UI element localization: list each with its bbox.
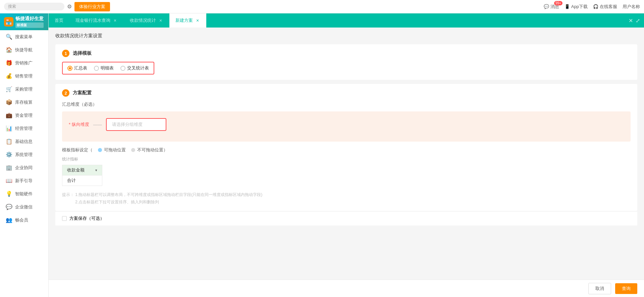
settings-icon[interactable]: ⚙ xyxy=(67,3,72,10)
tab-new-plan[interactable]: 新建方案 × xyxy=(169,13,206,28)
maximize-icon[interactable]: ⤢ xyxy=(636,17,640,24)
stats-label: 统计指标 xyxy=(62,156,631,162)
message-icon: 💬 xyxy=(544,4,549,9)
tab-bank-flow-close[interactable]: × xyxy=(112,18,118,23)
logo-icon: 🏪 xyxy=(4,17,13,27)
bottom-bar: 取消 查询 xyxy=(49,280,644,297)
tab-bank-flow[interactable]: 现金银行流水查询 × xyxy=(69,13,124,28)
tab-bar: 首页 现金银行流水查询 × 收款情况统计 × 新建方案 × ✕ ⤢ xyxy=(49,13,644,28)
no-drag-dot xyxy=(131,148,135,152)
tab-home[interactable]: 首页 xyxy=(49,13,69,28)
user-profile[interactable]: 用户名称 xyxy=(623,4,640,10)
logo-text-wrap: 畅捷通好生意 标准版 xyxy=(15,16,44,28)
sidebar-item-label: 智能硬件 xyxy=(15,191,33,197)
sidebar-item-label: 新手引导 xyxy=(15,178,33,184)
sidebar-item-basic-info[interactable]: 📋 基础信息 xyxy=(0,135,48,148)
indicator-table-header[interactable]: 收款金额 ▾ xyxy=(62,165,102,176)
sidebar-item-label: 企业协同 xyxy=(15,165,33,171)
dimension-area: * 纵向维度 —— 请选择分组维度 xyxy=(62,111,631,142)
radio-cross[interactable]: 交叉统计表 xyxy=(120,65,149,71)
page-footer: 方案保存（可选） xyxy=(55,211,637,226)
close-all-icon[interactable]: ✕ xyxy=(629,17,633,24)
indicator-settings: 模板指标设定（ 可拖动位置 不可拖动位置） 统计指标 收款 xyxy=(62,147,631,186)
top-header: 搜索 ⚙ 体验行业方案 💬 消息 99+ 📱 App下载 🎧 在线客服 用户名称 xyxy=(0,0,644,13)
not-draggable-label: 不可拖动位置） xyxy=(137,147,168,153)
radio-cross-circle xyxy=(120,66,125,71)
dimension-row: * 纵向维度 —— 请选择分组维度 xyxy=(69,118,624,131)
tab-collection-stats[interactable]: 收款情况统计 × xyxy=(124,13,169,28)
sidebar-item-wechat[interactable]: 💬 企业微信 xyxy=(0,200,48,213)
download-label: App下载 xyxy=(571,4,588,10)
sidebar-item-enterprise[interactable]: 🏢 企业协同 xyxy=(0,161,48,174)
sidebar-item-members[interactable]: 👥 畅会员 xyxy=(0,213,48,227)
sidebar: 🏪 畅捷通好生意 标准版 🔍 搜索菜单 🏠 快捷导航 🎁 营销推广 💰 销售管理… xyxy=(0,13,49,297)
sidebar-item-label: 经营管理 xyxy=(15,126,33,132)
radio-detail-circle xyxy=(94,66,99,71)
radio-detail-label: 明细表 xyxy=(101,65,114,71)
sidebar-item-inventory[interactable]: 📦 库存核算 xyxy=(0,96,48,109)
sidebar-item-system[interactable]: ⚙️ 系统管理 xyxy=(0,148,48,161)
sidebar-logo: 🏪 畅捷通好生意 标准版 xyxy=(0,13,48,30)
smart-hw-icon: 💡 xyxy=(6,191,12,197)
notification-item[interactable]: 💬 消息 99+ xyxy=(544,4,559,10)
sales-icon: 💰 xyxy=(6,73,12,79)
newbie-icon: 📖 xyxy=(6,178,12,184)
inventory-icon: 📦 xyxy=(6,99,12,105)
sidebar-item-sales[interactable]: 💰 销售管理 xyxy=(0,69,48,83)
radio-summary[interactable]: 汇总表 xyxy=(67,65,87,71)
tab-new-plan-label: 新建方案 xyxy=(175,17,193,23)
sidebar-item-search-menu[interactable]: 🔍 搜索菜单 xyxy=(0,30,48,43)
draggable-indicator: 可拖动位置 xyxy=(98,147,126,153)
tab-collection-stats-close[interactable]: × xyxy=(158,18,163,23)
dimension-placeholder: 请选择分组维度 xyxy=(112,122,143,127)
marketing-icon: 🎁 xyxy=(6,60,12,66)
indicator-table-header-label: 收款金额 xyxy=(67,167,85,173)
chevron-down-icon[interactable]: ▾ xyxy=(95,168,97,172)
online-service-item[interactable]: 🎧 在线客服 xyxy=(593,4,617,10)
sidebar-item-finance[interactable]: 💼 资金管理 xyxy=(0,109,48,122)
save-plan-checkbox[interactable] xyxy=(62,216,67,221)
query-button[interactable]: 查询 xyxy=(615,283,637,294)
radio-summary-label: 汇总表 xyxy=(74,65,87,71)
cancel-button[interactable]: 取消 xyxy=(588,283,611,294)
finance-icon: 💼 xyxy=(6,112,12,118)
radio-summary-circle xyxy=(67,66,72,71)
search-menu-icon: 🔍 xyxy=(6,34,12,40)
tab-new-plan-close[interactable]: × xyxy=(195,18,200,23)
step2-title: 方案配置 xyxy=(73,90,92,96)
sidebar-item-marketing[interactable]: 🎁 营销推广 xyxy=(0,56,48,69)
step1-section: 1 选择模板 汇总表 明细表 交叉统计表 xyxy=(55,44,637,80)
template-radio-group: 汇总表 明细表 交叉统计表 xyxy=(62,62,154,75)
step1-header: 1 选择模板 xyxy=(62,50,631,57)
sidebar-item-label: 搜索菜单 xyxy=(15,34,33,40)
sidebar-item-operations[interactable]: 📊 经营管理 xyxy=(0,122,48,135)
app-download-item[interactable]: 📱 App下载 xyxy=(565,4,588,10)
members-icon: 👥 xyxy=(6,217,12,223)
dimension-select[interactable]: 请选择分组维度 xyxy=(106,118,166,131)
step2-badge: 2 xyxy=(62,89,69,97)
sidebar-item-quick-nav[interactable]: 🏠 快捷导航 xyxy=(0,43,48,56)
header-right: 💬 消息 99+ 📱 App下载 🎧 在线客服 用户名称 xyxy=(544,4,640,10)
tab-bank-flow-label: 现金银行流水查询 xyxy=(75,17,110,23)
service-icon: 🎧 xyxy=(593,4,598,9)
try-industry-button[interactable]: 体验行业方案 xyxy=(74,2,110,11)
operations-icon: 📊 xyxy=(6,125,12,132)
logo-version: 标准版 xyxy=(15,22,44,28)
purchase-icon: 🛒 xyxy=(6,86,12,92)
tip-1: 提示： 1.拖动标题栏可以调整布局，不可跨维度或指标区域拖动栏目字段(只能在同一… xyxy=(62,191,631,199)
main-layout: 🏪 畅捷通好生意 标准版 🔍 搜索菜单 🏠 快捷导航 🎁 营销推广 💰 销售管理… xyxy=(0,13,644,297)
sidebar-item-purchase[interactable]: 🛒 采购管理 xyxy=(0,83,48,96)
tab-home-label: 首页 xyxy=(55,17,63,23)
sidebar-item-label: 企业微信 xyxy=(15,204,33,210)
indicator-table: 收款金额 ▾ 合计 xyxy=(62,165,102,186)
tab-collection-stats-label: 收款情况统计 xyxy=(130,17,156,23)
page-content: 收款情况统计方案设置 1 选择模板 汇总表 明细表 xyxy=(49,28,644,280)
radio-detail[interactable]: 明细表 xyxy=(94,65,114,71)
radio-cross-label: 交叉统计表 xyxy=(127,65,149,71)
indicator-settings-label: 模板指标设定（ xyxy=(62,147,93,153)
search-bar[interactable]: 搜索 xyxy=(4,3,64,10)
notification-badge: 99+ xyxy=(554,1,562,5)
system-icon: ⚙️ xyxy=(6,151,12,158)
sidebar-item-newbie[interactable]: 📖 新手引导 xyxy=(0,174,48,187)
sidebar-item-smart-hw[interactable]: 💡 智能硬件 xyxy=(0,187,48,200)
